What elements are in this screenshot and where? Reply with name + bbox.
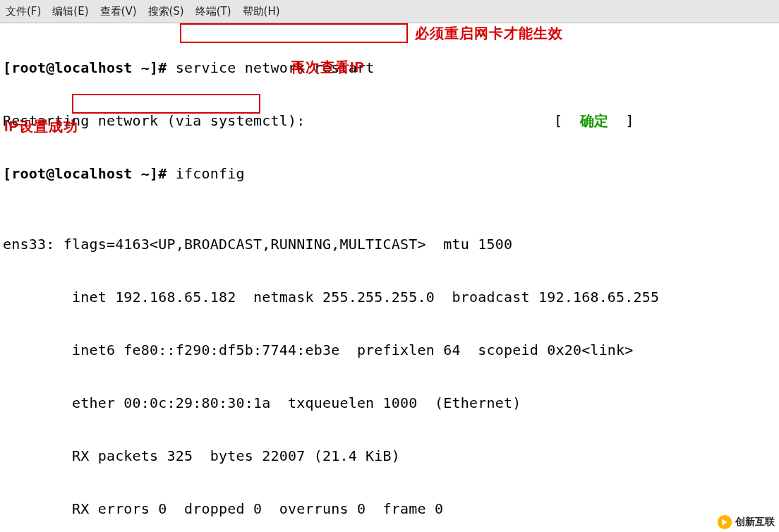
menu-bar: 文件(F) 编辑(E) 查看(V) 搜索(S) 终端(T) 帮助(H) (0, 0, 779, 23)
menu-view[interactable]: 查看(V) (95, 0, 143, 23)
watermark-logo-icon (717, 514, 732, 530)
prompt: [root@localhost ~]# (3, 165, 176, 182)
ifconfig-line: RX errors 0 dropped 0 overruns 0 frame 0 (3, 500, 779, 518)
menu-help[interactable]: 帮助(H) (237, 0, 286, 23)
watermark-text: 创新互联 (735, 513, 775, 531)
prompt: [root@localhost ~]# (3, 59, 176, 76)
ifconfig-line: ens33: flags=4163<UP,BROADCAST,RUNNING,M… (3, 236, 779, 253)
terminal-output[interactable]: [root@localhost ~]# service network rest… (3, 24, 779, 532)
watermark: 创新互联 (714, 512, 779, 532)
status-ok: 确定 (580, 112, 608, 129)
menu-file[interactable]: 文件(F) (0, 0, 47, 23)
command-2: ifconfig (176, 165, 245, 182)
ifconfig-line: inet 192.168.65.182 netmask 255.255.255.… (3, 289, 779, 306)
bracket-open: [ (536, 112, 579, 129)
bracket-close: ] (608, 112, 634, 129)
menu-edit[interactable]: 编辑(E) (47, 0, 94, 23)
menu-search[interactable]: 搜索(S) (143, 0, 190, 23)
ifconfig-line: ether 00:0c:29:80:30:1a txqueuelen 1000 … (3, 394, 779, 412)
ifconfig-line: RX packets 325 bytes 22007 (21.4 KiB) (3, 447, 779, 465)
menu-terminal[interactable]: 终端(T) (190, 0, 237, 23)
ifconfig-line: inet6 fe80::f290:df5b:7744:eb3e prefixle… (3, 341, 779, 359)
command-1: service network restart (176, 59, 375, 76)
restart-line-prefix: Restarting network (via systemctl): (3, 112, 305, 129)
